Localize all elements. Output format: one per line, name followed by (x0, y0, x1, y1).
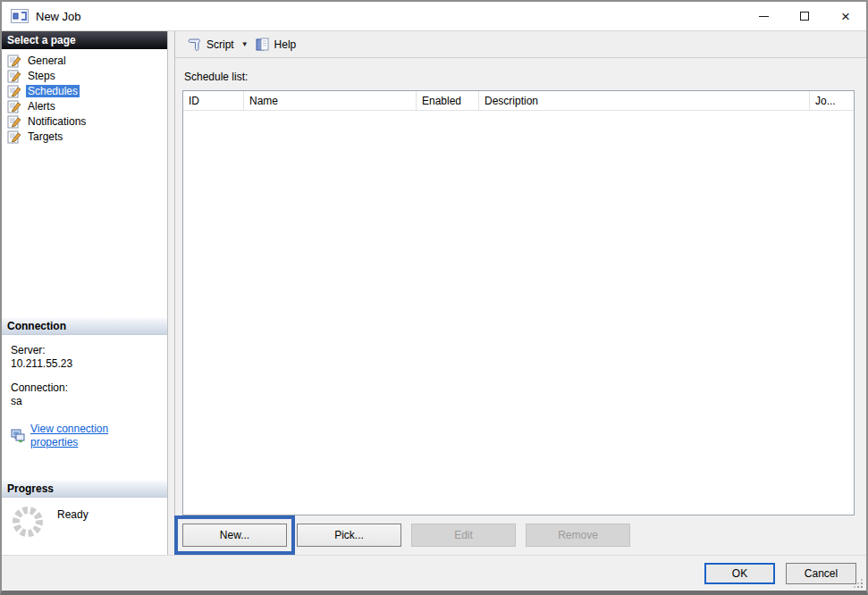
script-button[interactable]: Script ▼ (182, 36, 252, 54)
script-label: Script (206, 38, 234, 51)
connection-properties-icon (11, 429, 25, 443)
column-header-enabled[interactable]: Enabled (417, 91, 479, 110)
pick-button[interactable]: Pick... (297, 524, 401, 547)
resize-grip[interactable] (854, 579, 863, 588)
new-job-dialog: New Job × Select a page General (0, 0, 868, 595)
property-page-icon (7, 84, 21, 98)
window-title: New Job (36, 10, 81, 23)
edit-button: Edit (411, 524, 516, 547)
schedule-list: ID Name Enabled Description Jo... (182, 90, 855, 515)
help-button[interactable]: Help (252, 36, 300, 54)
progress-spinner-icon (11, 505, 45, 539)
help-icon (256, 38, 270, 52)
select-a-page-header: Select a page (2, 31, 167, 49)
main-panel: Script ▼ Help Schedule list: ID (175, 31, 866, 555)
ok-button[interactable]: OK (704, 563, 775, 584)
sidebar-item-label: General (26, 54, 68, 67)
page-list: General Steps Schedule (2, 49, 167, 317)
column-header-job[interactable]: Jo... (810, 91, 854, 110)
column-header-description[interactable]: Description (479, 91, 810, 110)
new-button[interactable]: New... (182, 524, 287, 547)
connection-label: Connection: (11, 381, 158, 395)
sidebar-item-steps[interactable]: Steps (2, 68, 167, 83)
property-page-icon (7, 130, 21, 144)
property-page-icon (7, 99, 21, 113)
minimize-icon (759, 16, 769, 17)
progress-header: Progress (2, 480, 167, 498)
sidebar-item-label: Notifications (26, 115, 88, 128)
server-value: 10.211.55.23 (11, 357, 158, 371)
connection-info: Server: 10.211.55.23 Connection: sa View… (2, 335, 167, 480)
help-label: Help (274, 38, 297, 51)
remove-button: Remove (526, 524, 630, 547)
column-header-id[interactable]: ID (183, 91, 244, 110)
left-panel: Select a page General S (2, 31, 168, 555)
sidebar-item-label: Steps (26, 70, 57, 82)
progress-status: Ready (57, 508, 88, 521)
cancel-button[interactable]: Cancel (786, 563, 856, 584)
sidebar-item-label: Alerts (26, 100, 57, 113)
schedules-page-content: Schedule list: ID Name Enabled Descripti… (175, 58, 866, 555)
sidebar-item-label-selected: Schedules (26, 85, 80, 97)
sidebar-item-label: Targets (26, 130, 64, 143)
minimize-button[interactable] (743, 2, 784, 30)
window-controls: × (743, 2, 866, 30)
sidebar-item-notifications[interactable]: Notifications (2, 113, 167, 129)
dialog-footer: OK Cancel (2, 555, 866, 591)
schedule-list-body[interactable] (183, 111, 854, 515)
toolbar: Script ▼ Help (175, 31, 866, 58)
schedule-buttons-row: New... Pick... Edit Remove (182, 515, 855, 555)
property-page-icon (7, 54, 21, 68)
close-button[interactable]: × (825, 2, 866, 30)
panel-splitter[interactable] (168, 31, 175, 555)
progress-section: Ready (2, 498, 167, 555)
connection-value: sa (11, 395, 158, 408)
server-label: Server: (11, 344, 158, 357)
view-connection-properties-link[interactable]: View connection properties (30, 423, 158, 449)
app-icon (11, 9, 29, 23)
sidebar-item-schedules[interactable]: Schedules (2, 83, 167, 98)
chevron-down-icon: ▼ (241, 40, 249, 48)
sidebar-item-general[interactable]: General (2, 53, 167, 68)
connection-header: Connection (2, 317, 167, 335)
column-header-name[interactable]: Name (244, 91, 417, 110)
schedule-list-header: ID Name Enabled Description Jo... (183, 91, 854, 111)
close-icon: × (841, 9, 850, 24)
property-page-icon (7, 114, 21, 129)
property-page-icon (7, 69, 21, 83)
title-bar: New Job × (2, 2, 866, 31)
schedule-list-label: Schedule list: (184, 71, 855, 83)
sidebar-item-alerts[interactable]: Alerts (2, 98, 167, 113)
sidebar-item-targets[interactable]: Targets (2, 129, 167, 144)
maximize-button[interactable] (784, 2, 825, 30)
maximize-icon (800, 12, 809, 21)
script-icon (186, 38, 202, 52)
